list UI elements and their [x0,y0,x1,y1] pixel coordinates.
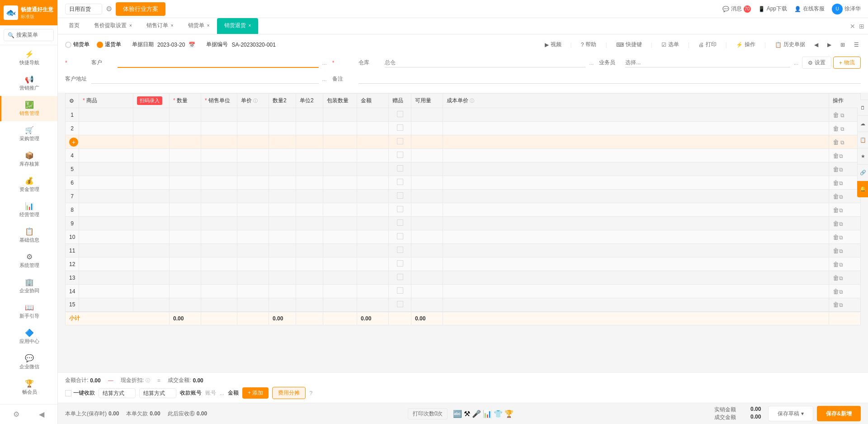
qty-cell[interactable] [170,108,201,122]
col-setting[interactable]: ⚙ [66,94,79,108]
delete-row-btn[interactable]: 🗑 [833,138,839,146]
sidebar-item-wechat[interactable]: 💬 企业微信 [0,349,57,375]
qty2-cell[interactable] [269,108,296,122]
copy-row-btn[interactable]: ⧉ [839,275,843,281]
available-cell[interactable] [411,122,443,135]
tab-price-settings[interactable]: 售价提取设置 × [87,18,139,34]
quick-star-btn[interactable]: ★ [857,148,868,165]
gift-checkbox[interactable] [397,152,403,158]
sidebar-item-basic[interactable]: 📋 基础信息 [0,223,57,248]
gift-checkbox[interactable] [397,138,403,144]
tab-return-close[interactable]: × [249,23,251,28]
address-dots[interactable]: ... [322,76,327,82]
unit2-cell[interactable] [296,122,323,135]
col-scan[interactable]: 扫码录入 [133,94,170,108]
print-count-btn[interactable]: 打印次数0次 [408,408,448,419]
gift-checkbox[interactable] [397,111,403,117]
gift-checkbox[interactable] [397,165,403,172]
product-cell[interactable] [79,108,133,122]
gift-cell[interactable] [389,135,411,149]
account-dots-btn[interactable]: ... [220,390,224,396]
quick-cloud-btn[interactable]: ☁ [857,116,868,132]
gift-checkbox[interactable] [397,124,403,131]
sidebar-item-purchase[interactable]: 🛒 采购管理 [0,121,57,147]
radio-return[interactable]: 退货单 [97,41,121,48]
fee-help-icon[interactable]: ? [309,390,312,396]
staff-input[interactable] [625,58,790,67]
amount-cell[interactable] [357,135,389,149]
available-cell[interactable] [411,108,443,122]
gift-checkbox[interactable] [397,192,403,199]
next-btn[interactable]: ▶ [826,41,833,49]
product-input-active[interactable] [83,139,129,145]
cost-price-cell[interactable] [443,122,829,135]
copy-row-btn[interactable]: ⧉ [839,180,843,186]
pack-qty-cell[interactable] [323,122,357,135]
quick-clip-btn[interactable]: 📋 [857,132,868,148]
fee-split-btn[interactable]: 费用分摊 [272,387,306,399]
tab-sales-order[interactable]: 销售订单 × [139,18,181,34]
copy-row-btn[interactable]: ⧉ [839,194,843,200]
customer-dots[interactable]: ... [322,60,327,66]
tab-expand-btn[interactable]: ⊞ [859,23,864,30]
sidebar-item-finance[interactable]: 💰 资金管理 [0,172,57,197]
customer-input[interactable] [118,58,319,68]
calc-method-select[interactable]: 结算方式 [139,388,176,398]
prev-btn[interactable]: ◀ [812,41,820,49]
sidebar-settings-btn[interactable]: ⚙ [11,408,21,420]
add-fee-btn[interactable]: + 添加 [242,387,269,399]
gift-checkbox[interactable] [397,179,403,185]
user-item[interactable]: U 徐泽华 [832,4,861,14]
radio-shipment[interactable]: 销货单 [65,41,90,48]
sidebar-item-enterprise[interactable]: 🏢 企业协同 [0,273,57,299]
delete-row-btn[interactable]: 🗑 [833,247,839,254]
list-view-btn[interactable]: ☰ [852,41,861,49]
unit-cell[interactable] [201,135,237,149]
amount-cell[interactable] [357,108,389,122]
tool-icon-5[interactable]: 👕 [494,410,503,418]
tab-close-btn[interactable]: ✕ [850,23,855,30]
copy-row-btn[interactable]: ⧉ [840,139,844,146]
history-btn[interactable]: 📋 历史单据 [773,40,807,49]
copy-row-btn[interactable]: ⧉ [839,234,843,241]
industry-select[interactable]: 日用百货 [65,4,102,14]
product-cell-active[interactable] [79,135,133,149]
gift-checkbox[interactable] [397,206,403,212]
cost-price-cell[interactable] [443,135,829,149]
select-btn[interactable]: ☑ 选单 [660,40,681,49]
copy-row-btn[interactable]: ⧉ [839,248,843,254]
quick-bell-btn[interactable]: 🔔 [857,181,868,197]
tab-price-settings-close[interactable]: × [129,23,132,28]
qty-cell[interactable] [170,135,201,149]
help-btn[interactable]: ? 帮助 [579,40,599,49]
copy-row-btn[interactable]: ⧉ [840,112,844,119]
sidebar-item-newbie[interactable]: 📖 新手引导 [0,299,57,324]
quick-link-btn[interactable]: 🔗 [857,165,868,181]
copy-row-btn[interactable]: ⧉ [839,302,843,308]
tool-icon-1[interactable]: 🔤 [453,410,462,418]
copy-row-btn[interactable]: ⧉ [839,262,843,268]
unit2-cell[interactable] [296,135,323,149]
copy-row-btn[interactable]: ⧉ [839,153,843,159]
date-picker-btn[interactable]: 📅 [189,42,195,48]
price-cell[interactable] [237,108,269,122]
copy-row-btn[interactable]: ⧉ [840,126,844,132]
delete-row-btn[interactable]: 🗑 [833,233,839,241]
delete-row-btn[interactable]: 🗑 [833,166,839,173]
address-input[interactable] [91,74,319,84]
sidebar-item-operations[interactable]: 📊 经营管理 [0,197,57,223]
delete-row-btn[interactable]: 🗑 [833,152,839,159]
online-service-item[interactable]: 👤 在线客服 [794,5,825,13]
copy-row-btn[interactable]: ⧉ [839,221,843,227]
tab-delivery[interactable]: 销货单 × [181,18,217,34]
logistics-btn[interactable]: + 物流 [833,57,861,69]
gift-cell[interactable] [389,122,411,135]
qty2-cell[interactable] [269,122,296,135]
delete-row-btn[interactable]: 🗑 [833,220,839,227]
price-cell[interactable] [237,135,269,149]
tab-delivery-close[interactable]: × [207,23,210,28]
gift-checkbox[interactable] [397,301,403,307]
sidebar-item-system[interactable]: ⚙ 系统管理 [0,248,57,273]
add-row-btn[interactable]: + [69,138,78,147]
delete-row-btn[interactable]: 🗑 [833,206,839,214]
